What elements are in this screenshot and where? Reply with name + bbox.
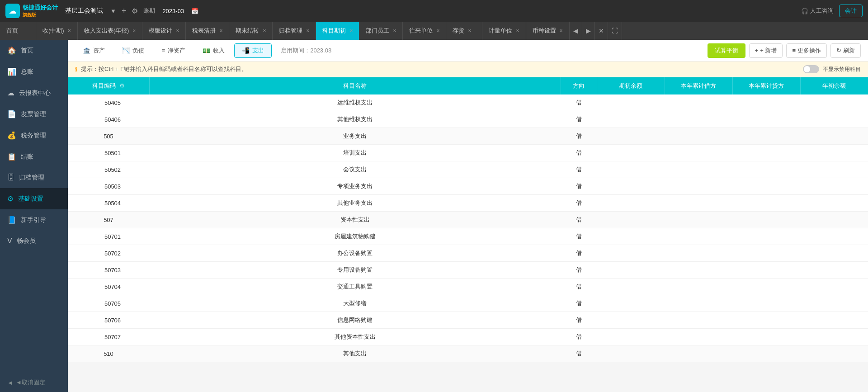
tab-close-icon[interactable]: × — [306, 28, 309, 34]
cell-ytd-bal[interactable] — [800, 195, 868, 212]
tab-close-all-button[interactable]: ✕ — [595, 22, 608, 40]
cell-period-bal[interactable] — [597, 345, 665, 362]
cell-ytd-credit[interactable] — [732, 111, 800, 128]
tab-dept-staff[interactable]: 部门员工 × — [359, 22, 403, 40]
account-button[interactable]: 会计 — [839, 5, 863, 17]
cell-ytd-bal[interactable] — [800, 279, 868, 295]
sub-tab-liabilities[interactable]: 📉 负债 — [114, 43, 152, 58]
cell-ytd-debit[interactable] — [665, 279, 732, 295]
table-row[interactable]: 507 资本性支出 借 — [68, 212, 868, 228]
sidebar-item-invoice[interactable]: 📄 发票管理 — [0, 104, 68, 125]
cell-ytd-debit[interactable] — [665, 212, 732, 228]
tab-prev-button[interactable]: ◀ — [570, 22, 582, 40]
sidebar-item-checkout[interactable]: 📋 结账 — [0, 146, 68, 167]
cell-ytd-debit[interactable] — [665, 262, 732, 279]
cell-ytd-credit[interactable] — [732, 279, 800, 295]
add-tab-button[interactable]: + — [122, 6, 127, 16]
cell-ytd-debit[interactable] — [665, 245, 732, 262]
tab-contacts[interactable]: 往来单位 × — [403, 22, 446, 40]
tab-close-icon[interactable]: × — [263, 28, 266, 34]
cell-period-bal[interactable] — [597, 329, 665, 345]
cell-period-bal[interactable] — [597, 212, 665, 228]
cell-ytd-credit[interactable] — [732, 145, 800, 161]
cell-ytd-bal[interactable] — [800, 295, 868, 312]
org-name[interactable]: 基层工会测试 — [65, 7, 103, 15]
cell-ytd-bal[interactable] — [800, 212, 868, 228]
sidebar-item-member[interactable]: V 畅会员 — [0, 231, 68, 251]
tab-income-annual[interactable]: 收入支出表(年报) × — [78, 22, 143, 40]
settings-button[interactable]: ⚙ — [132, 7, 138, 15]
cell-period-bal[interactable] — [597, 145, 665, 161]
sub-tab-assets[interactable]: 🏦 资产 — [75, 43, 113, 58]
cell-ytd-credit[interactable] — [732, 312, 800, 329]
tab-next-button[interactable]: ▶ — [582, 22, 595, 40]
table-row[interactable]: 50406 其他维权支出 借 — [68, 111, 868, 128]
tab-close-icon[interactable]: × — [516, 28, 519, 34]
cell-period-bal[interactable] — [597, 178, 665, 195]
table-row[interactable]: 50702 办公设备购置 借 — [68, 245, 868, 262]
col-settings-icon[interactable]: ⚙ — [119, 82, 125, 89]
sub-tab-income[interactable]: 💵 收入 — [195, 43, 232, 58]
tab-close-icon[interactable]: × — [219, 28, 222, 34]
sub-tab-net-assets[interactable]: ≡ 净资产 — [154, 43, 193, 58]
cell-period-bal[interactable] — [597, 262, 665, 279]
cell-ytd-bal[interactable] — [800, 245, 868, 262]
sidebar-item-guide[interactable]: 📘 新手引导 — [0, 209, 68, 231]
cell-ytd-credit[interactable] — [732, 345, 800, 362]
cell-ytd-bal[interactable] — [800, 262, 868, 279]
tab-subject-init[interactable]: 科目期初 × — [316, 22, 359, 40]
tab-close-icon[interactable]: × — [436, 28, 439, 34]
cell-ytd-credit[interactable] — [732, 245, 800, 262]
cell-ytd-bal[interactable] — [800, 111, 868, 128]
tab-close-icon[interactable]: × — [560, 28, 563, 34]
cell-ytd-debit[interactable] — [665, 295, 732, 312]
cell-period-bal[interactable] — [597, 245, 665, 262]
sidebar-collapse-button[interactable]: ◄ ◄取消固定 — [0, 373, 68, 392]
table-row[interactable]: 510 其他支出 借 — [68, 345, 868, 362]
table-row[interactable]: 50503 专项业务支出 借 — [68, 178, 868, 195]
tab-mid-period[interactable]: 收(中期) × — [36, 22, 78, 40]
table-row[interactable]: 50701 房屋建筑物购建 借 — [68, 228, 868, 245]
add-button[interactable]: + + 新增 — [749, 43, 783, 58]
cell-period-bal[interactable] — [597, 128, 665, 145]
table-row[interactable]: 50704 交通工具购置 借 — [68, 279, 868, 295]
sub-tab-expenditure[interactable]: 📲 支出 — [234, 43, 272, 58]
cell-ytd-debit[interactable] — [665, 329, 732, 345]
tab-currency[interactable]: 币种设置 × — [526, 22, 570, 40]
cell-period-bal[interactable] — [597, 161, 665, 178]
sidebar-item-reports[interactable]: ☁ 云报表中心 — [0, 82, 68, 104]
tab-close-icon[interactable]: × — [68, 28, 71, 34]
cell-ytd-credit[interactable] — [732, 195, 800, 212]
cell-ytd-credit[interactable] — [732, 128, 800, 145]
cell-ytd-bal[interactable] — [800, 345, 868, 362]
cell-ytd-credit[interactable] — [732, 262, 800, 279]
table-row[interactable]: 50504 其他业务支出 借 — [68, 195, 868, 212]
tab-close-icon[interactable]: × — [176, 28, 179, 34]
table-row[interactable]: 50502 会议支出 借 — [68, 161, 868, 178]
sidebar-item-archive[interactable]: 🗄 归档管理 — [0, 167, 68, 188]
tab-inventory[interactable]: 存货 × — [446, 22, 482, 40]
cell-ytd-bal[interactable] — [800, 94, 868, 111]
cell-ytd-debit[interactable] — [665, 111, 732, 128]
cell-ytd-debit[interactable] — [665, 195, 732, 212]
cell-ytd-bal[interactable] — [800, 178, 868, 195]
cell-ytd-credit[interactable] — [732, 228, 800, 245]
cell-ytd-credit[interactable] — [732, 178, 800, 195]
tab-close-icon[interactable]: × — [468, 28, 471, 34]
sidebar-item-tax[interactable]: 💰 税务管理 — [0, 125, 68, 146]
cell-ytd-bal[interactable] — [800, 161, 868, 178]
cell-ytd-bal[interactable] — [800, 329, 868, 345]
cell-ytd-credit[interactable] — [732, 94, 800, 111]
tab-archive[interactable]: 归档管理 × — [273, 22, 316, 40]
tab-unit[interactable]: 计量单位 × — [482, 22, 526, 40]
cell-ytd-bal[interactable] — [800, 145, 868, 161]
tab-close-icon[interactable]: × — [349, 28, 353, 34]
cell-ytd-credit[interactable] — [732, 329, 800, 345]
more-button[interactable]: ≡ 更多操作 — [786, 43, 827, 58]
cell-ytd-debit[interactable] — [665, 312, 732, 329]
cell-ytd-bal[interactable] — [800, 228, 868, 245]
cell-ytd-debit[interactable] — [665, 94, 732, 111]
table-row[interactable]: 50405 运维维权支出 借 — [68, 94, 868, 111]
cell-period-bal[interactable] — [597, 195, 665, 212]
sidebar-item-ledger[interactable]: 📊 总账 — [0, 61, 68, 82]
